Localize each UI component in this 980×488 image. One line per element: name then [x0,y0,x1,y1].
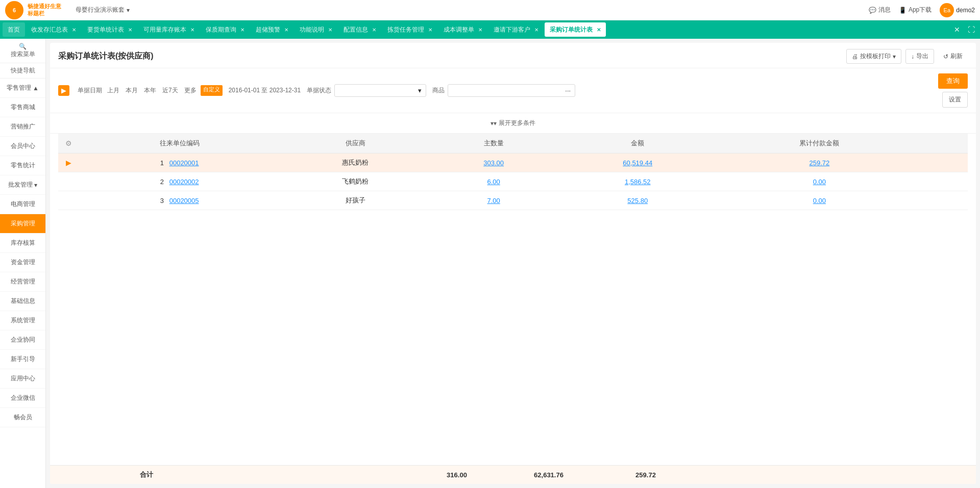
tab-label: 保质期查询 [206,25,236,34]
tab-shoufacun[interactable]: 收发存汇总表 ✕ [26,22,81,37]
tab-peizhi[interactable]: 配置信息 ✕ [338,22,381,37]
tab-yaoqing[interactable]: 邀请下游客户 ✕ [488,22,544,37]
shortcut-this-month[interactable]: 本月 [124,85,140,96]
row-paid: 0.00 [719,191,920,210]
nav-close-btn[interactable]: ✕ [951,24,963,35]
tab-kuyongliang[interactable]: 可用量库存账本 ✕ [138,22,200,37]
refresh-icon: ↺ [943,53,948,60]
unit-code[interactable]: 00020001 [169,159,199,167]
custom-date-tag[interactable]: 自定义 [201,85,223,96]
tab-close-icon[interactable]: ✕ [534,27,538,33]
sidebar-search[interactable]: 🔍 搜索菜单 [0,39,45,63]
tab-close-icon[interactable]: ✕ [128,27,132,33]
table-row[interactable]: 2 00020002 飞鹤奶粉 6.00 1,586.52 [58,172,968,191]
date-shortcuts: 上月 本月 本年 近7天 更多 自定义 [105,85,223,96]
row-paid: 259.72 [719,153,920,172]
sidebar-item-guide[interactable]: 新手引导 [0,350,45,369]
sidebar-item-collab[interactable]: 企业协同 [0,330,45,350]
tab-gongneng[interactable]: 功能说明 ✕ [295,22,337,37]
shortcut-more[interactable]: 更多 [182,85,199,96]
shortcut-7days[interactable]: 近7天 [160,85,180,96]
export-btn[interactable]: ↓ 导出 [905,49,934,64]
row-expand-icon[interactable]: ▶ [66,159,71,167]
tab-close-icon[interactable]: ✕ [372,27,376,33]
paid-link[interactable]: 259.72 [809,159,829,167]
message-btn[interactable]: 💬 消息 [869,6,891,14]
column-settings-icon[interactable]: ⚙ [65,139,72,147]
sidebar-item-members[interactable]: 会员中心 [0,137,45,156]
refresh-btn[interactable]: ↺ 刷新 [938,49,968,63]
qty-link[interactable]: 303.00 [483,159,504,167]
tab-close-icon[interactable]: ✕ [428,27,432,33]
workspace-selector[interactable]: 母婴行业演示账套 ▾ [76,6,130,14]
paid-link[interactable]: 0.00 [813,178,826,186]
sidebar-item-retail-mgmt[interactable]: 零售管理 ▲ [0,79,45,98]
table-row[interactable]: 3 00020005 好孩子 7.00 525.80 0.0 [58,191,968,210]
content-inner: 采购订单统计表(按供应商) 🖨 按模板打印 ▾ ↓ 导出 ↺ 刷新 [50,43,976,484]
tab-close-icon[interactable]: ✕ [328,27,332,33]
settings-btn[interactable]: 设置 [942,92,968,108]
status-select[interactable]: ▾ [334,84,426,97]
query-btn[interactable]: 查询 [938,73,968,89]
sidebar-item-app-center[interactable]: 应用中心 [0,369,45,389]
logo-icon: 6 [5,1,23,19]
sidebar-item-system[interactable]: 系统管理 [0,311,45,330]
table-row[interactable]: ▶ 1 00020001 惠氏奶粉 303.00 60,51 [58,153,968,172]
unit-code[interactable]: 00020002 [169,178,199,186]
tab-chachu[interactable]: 超储预警 ✕ [251,22,293,37]
goods-select[interactable]: ··· [448,84,575,97]
filter-collapse-btn[interactable]: ▶ [58,85,69,96]
amount-link[interactable]: 525.80 [627,197,648,204]
nav-maximize-btn[interactable]: ⛶ [965,24,977,35]
print-btn[interactable]: 🖨 按模板打印 ▾ [846,49,901,64]
sidebar-item-retail-stats[interactable]: 零售统计 [0,156,45,175]
user-avatar: Ea [940,3,954,17]
sidebar-item-inventory[interactable]: 库存核算 [0,234,45,253]
qty-link[interactable]: 6.00 [487,178,500,186]
tab-close-icon[interactable]: ✕ [72,27,76,33]
sidebar-item-vip[interactable]: 畅会员 [0,408,45,427]
home-tab-label: 首页 [8,25,20,34]
tab-chengben[interactable]: 成本调整单 ✕ [438,22,487,37]
footer-amount: 62,631.76 [503,471,595,479]
tab-close-icon[interactable]: ✕ [597,27,601,33]
sidebar-quick-nav[interactable]: 快捷导航 [0,63,45,79]
paid-link[interactable]: 0.00 [813,197,826,204]
row-no-or-code: 3 00020005 [79,191,280,210]
tab-close-icon[interactable]: ✕ [284,27,288,33]
shortcut-this-year[interactable]: 本年 [142,85,158,96]
sidebar-item-ecommerce[interactable]: 电商管理 [0,195,45,214]
tab-label: 超储预警 [256,25,280,34]
sidebar-item-wholesale[interactable]: 批发管理 ▾ [0,175,45,195]
goods-label: 商品 [432,86,445,95]
sidebar-item-purchase[interactable]: 采购管理 [0,214,45,234]
tab-jianhuo[interactable]: 拣货任务管理 ✕ [382,22,437,37]
chevron-down-icon: ▾ [34,182,37,189]
user-area[interactable]: Ea demo2 [940,3,975,17]
sidebar-item-wechat[interactable]: 企业微信 [0,389,45,408]
sidebar-item-operations[interactable]: 经营管理 [0,272,45,292]
th-qty: 主数量 [431,134,557,153]
sidebar-item-marketing[interactable]: 营销推广 [0,117,45,137]
qty-link[interactable]: 7.00 [487,197,500,204]
amount-link[interactable]: 60,519.44 [623,159,652,167]
expand-conditions-btn[interactable]: ▾▾ 展开更多条件 [485,116,541,130]
sidebar-item-base-info[interactable]: 基础信息 [0,292,45,311]
tab-close-icon[interactable]: ✕ [240,27,244,33]
sidebar-label: 电商管理 [11,200,35,208]
tab-home[interactable]: 首页 [3,22,25,37]
tab-close-icon[interactable]: ✕ [478,27,482,33]
tab-baozhi[interactable]: 保质期查询 ✕ [201,22,250,37]
logo-symbol: 6 [13,7,16,13]
tab-close-icon[interactable]: ✕ [190,27,194,33]
tab-caigou-active[interactable]: 采购订单统计表 ✕ [545,22,606,37]
amount-link[interactable]: 1,586.52 [625,178,651,186]
tab-yaohuo[interactable]: 要货单统计表 ✕ [82,22,137,37]
sidebar-item-retail-shop[interactable]: 零售商城 [0,98,45,117]
unit-code[interactable]: 00020005 [169,197,199,204]
shortcut-last-month[interactable]: 上月 [105,85,121,96]
sidebar-item-finance[interactable]: 资金管理 [0,253,45,272]
th-paid: 累计付款金额 [719,134,920,153]
th-supplier: 供应商 [280,134,430,153]
app-download-btn[interactable]: 📱 App下载 [899,6,932,14]
